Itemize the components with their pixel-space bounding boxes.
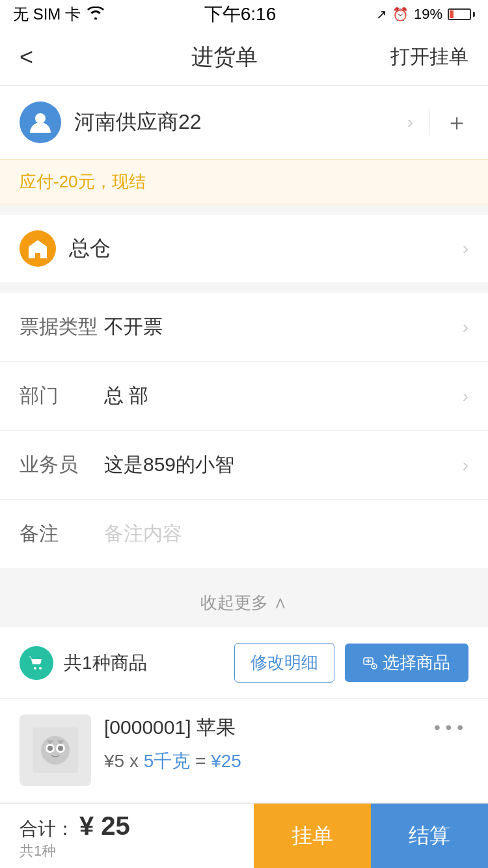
supplier-row[interactable]: 河南供应商22 › ＋ [0, 86, 488, 159]
chevron-right-icon: › [463, 238, 468, 259]
back-button[interactable]: < [20, 44, 59, 71]
remark-row[interactable]: 备注 备注内容 [0, 500, 488, 568]
total-text: 合计： [20, 817, 74, 841]
alarm-icon: ⏰ [392, 7, 409, 22]
product-total: ¥25 [211, 751, 241, 771]
chevron-right-icon: › [463, 317, 468, 338]
ticket-type-row[interactable]: 票据类型 不开票 › [0, 293, 488, 362]
select-product-label: 选择商品 [383, 651, 450, 674]
ticket-type-label: 票据类型 [20, 314, 98, 340]
open-pending-button[interactable]: 打开挂单 [390, 44, 468, 70]
status-time: 下午6:16 [204, 2, 277, 27]
product-name: [0000001] 苹果 [104, 714, 416, 741]
svg-point-0 [35, 113, 46, 124]
checkout-button[interactable]: 结算 [371, 804, 488, 868]
carrier-label: 无 SIM 卡 [13, 4, 81, 25]
warehouse-icon [20, 230, 56, 267]
avatar [20, 102, 61, 143]
salesman-value: 这是859的小智 [104, 452, 463, 478]
warehouse-row[interactable]: 总仓 › [0, 215, 488, 282]
ticket-type-value: 不开票 [104, 314, 463, 340]
supplier-name: 河南供应商22 [74, 108, 407, 137]
remark-input[interactable]: 备注内容 [104, 521, 468, 547]
total-sub: 共1种 [20, 841, 234, 861]
svg-point-9 [47, 746, 53, 751]
department-label: 部门 [20, 383, 98, 409]
product-info: [0000001] 苹果 ¥5 x 5千克 = ¥25 [104, 714, 416, 774]
svg-point-6 [41, 736, 70, 765]
product-equals: = [195, 751, 211, 771]
collapse-button[interactable]: 收起更多 ∧ [0, 578, 488, 627]
select-product-button[interactable]: 选择商品 [345, 644, 468, 682]
product-item: [0000001] 苹果 ¥5 x 5千克 = ¥25 • • • [0, 699, 488, 802]
remark-label: 备注 [20, 521, 98, 547]
total-section: 合计： ¥ 25 共1种 [0, 804, 254, 868]
svg-point-1 [34, 667, 36, 670]
collapse-label: 收起更多 ∧ [200, 591, 287, 614]
notice-text: 应付-20元，现结 [20, 172, 146, 191]
svg-point-10 [58, 746, 63, 751]
warehouse-section: 总仓 › [0, 215, 488, 282]
warehouse-name: 总仓 [69, 234, 463, 263]
salesman-row[interactable]: 业务员 这是859的小智 › [0, 431, 488, 500]
product-multiply: x [129, 751, 144, 771]
edit-detail-button[interactable]: 修改明细 [234, 643, 334, 683]
status-left: 无 SIM 卡 [13, 4, 104, 25]
page-title: 进货单 [191, 42, 258, 72]
notice-band: 应付-20元，现结 [0, 159, 488, 204]
bottom-bar: 合计： ¥ 25 共1种 挂单 结算 [0, 803, 488, 868]
add-button[interactable]: ＋ [445, 107, 468, 139]
svg-point-2 [39, 667, 42, 670]
main-content: 河南供应商22 › ＋ 应付-20元，现结 总仓 › 票据类型 不开票 › [0, 86, 488, 868]
product-header: 共1种商品 修改明细 选择商品 [0, 627, 488, 699]
chevron-right-icon: › [463, 455, 468, 476]
battery-icon [448, 8, 475, 20]
product-section: 共1种商品 修改明细 选择商品 [0, 627, 488, 802]
more-options-button[interactable]: • • • [429, 714, 468, 740]
status-bar: 无 SIM 卡 下午6:16 ↗ ⏰ 19% [0, 0, 488, 29]
location-icon: ↗ [376, 7, 387, 22]
product-detail: ¥5 x 5千克 = ¥25 [104, 749, 416, 774]
department-row[interactable]: 部门 总 部 › [0, 362, 488, 431]
total-amount: ¥ 25 [79, 811, 130, 841]
product-qty: 5千克 [144, 751, 191, 771]
battery-percent: 19% [414, 6, 442, 23]
chevron-right-icon: › [463, 386, 468, 407]
chevron-right-icon: › [407, 112, 413, 133]
suspend-button[interactable]: 挂单 [254, 804, 371, 868]
nav-bar: < 进货单 打开挂单 [0, 29, 488, 86]
form-section: 票据类型 不开票 › 部门 总 部 › 业务员 这是859的小智 › 备注 备注… [0, 293, 488, 568]
total-label-row: 合计： ¥ 25 [20, 811, 234, 841]
product-price: ¥5 [104, 751, 124, 771]
status-right: ↗ ⏰ 19% [376, 6, 475, 23]
department-value: 总 部 [104, 383, 463, 409]
salesman-label: 业务员 [20, 452, 98, 478]
wifi-icon [87, 5, 104, 23]
product-count: 共1种商品 [64, 651, 234, 675]
cart-icon [20, 646, 53, 680]
vertical-divider [429, 109, 429, 135]
supplier-section: 河南供应商22 › ＋ 应付-20元，现结 [0, 86, 488, 204]
product-thumbnail [20, 714, 91, 786]
